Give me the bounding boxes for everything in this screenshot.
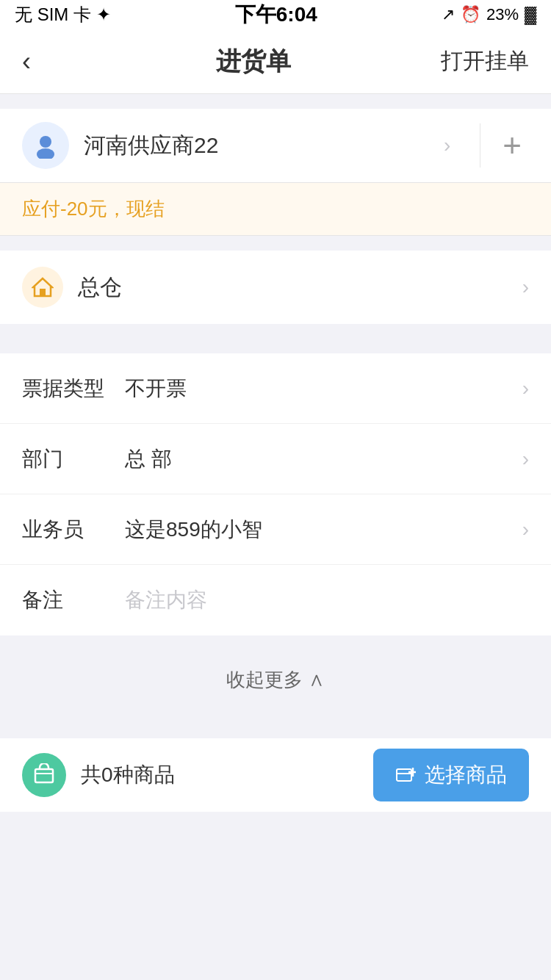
vertical-divider <box>480 123 480 167</box>
invoice-type-row[interactable]: 票据类型 不开票 › <box>0 353 551 424</box>
salesperson-chevron-icon: › <box>522 518 529 541</box>
svg-point-1 <box>37 148 54 159</box>
home-icon <box>32 277 54 298</box>
warehouse-icon <box>22 267 63 308</box>
status-right: ↗ ⏰ 23% ▓ <box>442 5 536 24</box>
remark-row[interactable]: 备注 备注内容 <box>0 565 551 635</box>
salesperson-label: 业务员 <box>22 516 110 544</box>
svg-rect-6 <box>397 769 411 781</box>
salesperson-row[interactable]: 业务员 这是859的小智 › <box>0 494 551 565</box>
remark-label: 备注 <box>22 586 110 614</box>
remark-input[interactable]: 备注内容 <box>110 586 529 614</box>
gap-3 <box>0 324 551 339</box>
invoice-type-chevron-icon: › <box>522 377 529 400</box>
open-pending-button[interactable]: 打开挂单 <box>441 46 529 76</box>
select-product-label: 选择商品 <box>425 761 507 789</box>
svg-rect-3 <box>40 289 46 296</box>
status-left: 无 SIM 卡 ✦ <box>15 3 111 26</box>
department-row[interactable]: 部门 总 部 › <box>0 424 551 494</box>
department-label: 部门 <box>22 445 110 473</box>
svg-point-0 <box>40 136 51 148</box>
person-icon <box>32 132 59 159</box>
warehouse-name: 总仓 <box>78 273 515 303</box>
supplier-avatar <box>22 122 69 169</box>
select-product-button[interactable]: 选择商品 <box>373 749 529 801</box>
sim-label: 无 SIM 卡 ✦ <box>15 3 111 26</box>
alarm-icon: ⏰ <box>461 5 480 24</box>
product-icon <box>22 753 66 797</box>
select-product-icon <box>395 766 416 784</box>
supplier-name: 河南供应商22 <box>84 131 436 161</box>
gap-1 <box>0 94 551 109</box>
collapse-button[interactable]: 收起更多 ∧ <box>0 650 551 709</box>
cart-icon <box>32 763 56 787</box>
add-supplier-button[interactable]: + <box>495 120 529 171</box>
battery-icon: ▓ <box>525 5 536 24</box>
warehouse-chevron-icon: › <box>522 275 529 299</box>
product-bar: 共0种商品 选择商品 <box>0 738 551 812</box>
salesperson-value: 这是859的小智 <box>110 516 515 544</box>
gap-4 <box>0 709 551 724</box>
status-time: 下午6:04 <box>235 1 317 29</box>
supplier-chevron-icon: › <box>444 134 450 157</box>
supplier-row[interactable]: 河南供应商22 › <box>22 109 465 182</box>
department-value: 总 部 <box>110 445 515 473</box>
product-count: 共0种商品 <box>81 761 373 789</box>
form-section: 票据类型 不开票 › 部门 总 部 › 业务员 这是859的小智 › 备注 备注… <box>0 353 551 635</box>
invoice-type-label: 票据类型 <box>22 375 110 403</box>
battery-label: 23% <box>486 5 519 24</box>
back-button[interactable]: ‹ <box>22 46 66 77</box>
nav-bar: ‹ 进货单 打开挂单 <box>0 29 551 94</box>
department-chevron-icon: › <box>522 447 529 471</box>
status-bar: 无 SIM 卡 ✦ 下午6:04 ↗ ⏰ 23% ▓ <box>0 0 551 29</box>
warehouse-section[interactable]: 总仓 › <box>0 251 551 324</box>
location-icon: ↗ <box>442 5 455 24</box>
invoice-type-value: 不开票 <box>110 375 515 403</box>
supplier-section: 河南供应商22 › + <box>0 109 551 183</box>
gap-2 <box>0 236 551 251</box>
notice-banner: 应付-20元，现结 <box>0 183 551 236</box>
svg-rect-4 <box>35 769 53 782</box>
page-title: 进货单 <box>216 45 291 79</box>
